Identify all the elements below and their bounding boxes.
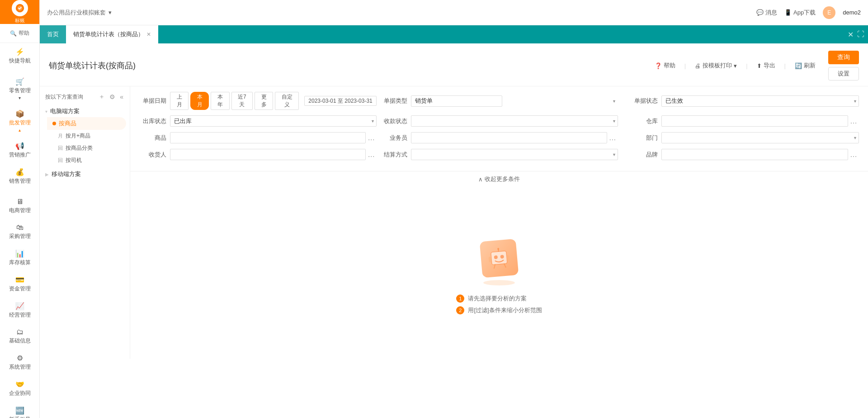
filter-field-doc-type: 单据类型 ▾	[380, 95, 618, 107]
nav-icon-retail: 🛒	[15, 77, 24, 86]
scheme-group-header-desktop[interactable]: ▾ 电脑端方案	[40, 105, 130, 117]
scheme-group-arrow-desktop: ▾	[45, 109, 47, 114]
refresh-icon: 🔄	[795, 62, 802, 69]
header-actions: 💬 消息 📱 App下载 E demo2	[756, 6, 861, 19]
query-button[interactable]: 查询	[828, 51, 859, 64]
salesperson-dots-button[interactable]: …	[607, 134, 618, 142]
filter-form-wrap: 单据日期 上月 本月 本年 近7天 更多 自定义	[130, 86, 868, 359]
nav-icon-ecommerce: 🖥	[16, 198, 24, 206]
app-download-button[interactable]: 📱 App下载	[784, 9, 816, 17]
sidebar-item-finance[interactable]: 💳 资金管理	[0, 271, 39, 297]
brand-dots-button[interactable]: …	[848, 151, 859, 159]
sidebar-item-basics[interactable]: 🗂 基础信息	[0, 323, 39, 349]
sidebar-item-wholesale[interactable]: 📦 批发管理 ▴	[0, 105, 39, 137]
date-btn-this-month[interactable]: 本月	[190, 92, 209, 110]
scheme-settings-button[interactable]: ⚙	[108, 92, 116, 101]
scheme-add-button[interactable]: ＋	[98, 92, 106, 102]
scheme-sub-item-goods-category[interactable]: 回 按商品分类	[47, 142, 130, 154]
template-print-button[interactable]: 🖨 按模板打印 ▾	[691, 60, 741, 71]
svg-line-8	[494, 265, 495, 268]
date-btn-more[interactable]: 更多	[255, 92, 273, 110]
sidebar-item-operations[interactable]: 📈 经营管理	[0, 297, 39, 323]
collapse-bar[interactable]: ∧ 收起更多条件	[130, 171, 868, 187]
sidebar-item-purchase[interactable]: 🛍 采购管理	[0, 219, 39, 245]
sidebar-logo[interactable]: 标账	[0, 0, 39, 24]
department-select[interactable]	[661, 132, 859, 143]
doc-status-select[interactable]	[661, 95, 859, 107]
scheme-sub-item-driver[interactable]: 回 按司机	[47, 154, 130, 166]
filter-field-brand: 品牌 …	[622, 149, 859, 160]
download-icon: 📱	[784, 9, 792, 16]
empty-icon-wrap	[472, 231, 526, 285]
empty-state: 1 请先选择要分析的方案 2 用[过滤]条件来缩小分析范围	[130, 187, 868, 359]
filter-row-1: 单据日期 上月 本月 本年 近7天 更多 自定义	[139, 92, 859, 110]
scheme-sub-icon-2: 回	[58, 145, 63, 152]
search-menu-label: 帮助	[19, 29, 29, 37]
date-btn-this-year[interactable]: 本年	[211, 92, 229, 110]
doc-type-select[interactable]	[411, 95, 502, 107]
tab-home[interactable]: 首页	[40, 25, 66, 43]
settlement-select[interactable]	[411, 149, 618, 160]
warehouse-dots-button[interactable]: …	[848, 117, 859, 125]
brand-input[interactable]	[661, 149, 848, 160]
sidebar-item-ecommerce[interactable]: 🖥 电商管理	[0, 193, 39, 219]
sidebar-item-sales[interactable]: 💰 销售管理	[0, 163, 39, 190]
help-button[interactable]: ❓ 帮助	[651, 60, 679, 71]
user-avatar[interactable]: E	[823, 6, 835, 19]
refresh-button[interactable]: 🔄 刷新	[791, 60, 819, 71]
out-status-select[interactable]	[170, 115, 377, 127]
salesperson-input[interactable]	[411, 132, 607, 143]
filter-label-receiver: 收货人	[139, 151, 166, 159]
user-name[interactable]: demo2	[843, 9, 861, 16]
sidebar-item-quicknav[interactable]: ⚡ 快捷导航	[0, 43, 39, 69]
tab-maximize-button[interactable]: ⛶	[857, 30, 864, 38]
sidebar-item-marketing[interactable]: 📢 营销推广	[0, 137, 39, 163]
scheme-collapse-button[interactable]: «	[119, 92, 124, 101]
sidebar-item-guide[interactable]: 🆕 新手引导	[0, 402, 39, 418]
filter-field-date: 单据日期 上月 本月 本年 近7天 更多 自定义	[139, 92, 377, 110]
sidebar-item-corp[interactable]: 🤝 企业协同	[0, 375, 39, 402]
nav-icon-inventory: 📊	[15, 249, 24, 258]
sidebar-item-label-marketing: 营销推广	[9, 151, 31, 159]
search-menu-button[interactable]: 🔍 帮助	[5, 28, 35, 39]
sidebar-item-label-retail: 零售管理	[9, 87, 31, 95]
nav-icon-wholesale: 📦	[15, 109, 24, 118]
svg-rect-1	[491, 251, 507, 265]
app-download-label: App下载	[793, 9, 816, 17]
date-range-input[interactable]	[304, 96, 377, 106]
warehouse-input[interactable]	[661, 115, 848, 127]
export-button[interactable]: ⬆ 导出	[753, 60, 779, 71]
sidebar-item-inventory[interactable]: 📊 库存核算	[0, 245, 39, 271]
scheme-group-header-mobile[interactable]: ▶ 移动端方案	[40, 168, 130, 180]
tab-sales-stat[interactable]: 销货单统计计表（按商品） ✕	[66, 25, 158, 43]
goods-dots-button[interactable]: …	[366, 134, 377, 142]
nav-icon-guide: 🆕	[15, 406, 24, 415]
filter-label-warehouse: 仓库	[622, 117, 658, 125]
payment-status-select[interactable]	[411, 115, 618, 127]
content-area: 销货单统计计表(按商品) ❓ 帮助 | 🖨 按模板打印 ▾ | ⬆	[40, 43, 868, 418]
tab-close-button[interactable]: ✕	[146, 31, 151, 38]
sidebar-item-retail[interactable]: 🛒 零售管理 ▾	[0, 73, 39, 105]
goods-input[interactable]	[170, 132, 366, 143]
filter-label-payment-status: 收款状态	[380, 117, 407, 125]
filter-control-payment-status: ▾	[411, 115, 618, 127]
filter-control-department: ▾	[661, 132, 859, 143]
filter-field-warehouse: 仓库 …	[622, 115, 859, 127]
tab-minimize-button[interactable]: ✕	[848, 30, 854, 39]
date-btn-custom[interactable]: 自定义	[275, 92, 299, 110]
receiver-dots-button[interactable]: …	[366, 151, 377, 159]
sidebar-search-section: 🔍 帮助	[0, 24, 39, 43]
nav-icon-basics: 🗂	[16, 328, 24, 336]
sidebar-item-system[interactable]: ⚙ 系统管理	[0, 349, 39, 375]
scheme-item-by-goods[interactable]: 按商品	[47, 117, 126, 130]
settings-button[interactable]: 设置	[828, 67, 859, 81]
date-btn-last-7[interactable]: 近7天	[231, 92, 253, 110]
filter-control-doc-status: ▾	[661, 95, 859, 107]
scheme-sub-item-month-goods[interactable]: 月 按月+商品	[47, 130, 130, 142]
receiver-input[interactable]	[170, 149, 366, 160]
page-title: 销货单统计计表(按商品)	[49, 60, 651, 71]
scheme-items-desktop: 按商品 月 按月+商品 回 按商品分类 回	[40, 117, 130, 166]
nav-icon-finance: 💳	[15, 276, 24, 284]
message-button[interactable]: 💬 消息	[756, 9, 777, 17]
date-btn-last-month[interactable]: 上月	[170, 92, 189, 110]
